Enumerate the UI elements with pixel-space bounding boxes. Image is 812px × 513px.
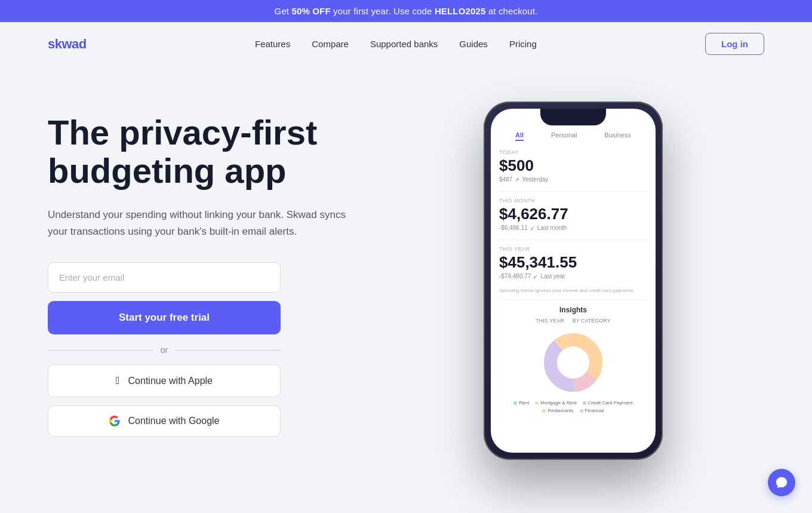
- hero-section: The privacy-first budgeting app Understa…: [0, 66, 812, 496]
- divider-or-text: or: [161, 345, 168, 355]
- hero-left: The privacy-first budgeting app Understa…: [48, 102, 382, 445]
- phone-tabs: All Personal Business: [499, 131, 647, 141]
- legend-rent: Rent: [513, 400, 529, 406]
- nav-supported-banks[interactable]: Supported banks: [370, 39, 438, 49]
- legend-restaurants: Restaurants: [542, 408, 573, 413]
- promo-banner: Get 50% OFF your first year. Use code HE…: [0, 0, 812, 22]
- logo[interactable]: skwad: [48, 36, 87, 52]
- insights-nav: THIS YEAR BY CATEGORY: [499, 318, 647, 324]
- today-sub-label: Yesterday: [522, 176, 548, 183]
- apple-btn-label: Continue with Apple: [128, 376, 213, 386]
- legend-label-financial: Financial: [585, 408, 604, 413]
- start-trial-button[interactable]: Start your free trial: [48, 301, 281, 334]
- month-sub-amount: -$6,486.11: [499, 225, 528, 231]
- chart-legend: Rent Mortgage & Rent Credit Card Payment: [499, 400, 647, 413]
- hero-subtitle: Understand your spending without linking…: [48, 207, 346, 241]
- phone-inner: All Personal Business TODAY $500 $487 ↗ …: [491, 109, 656, 453]
- today-arrow: ↗: [515, 177, 519, 183]
- legend-credit: Credit Card Payment: [583, 400, 633, 406]
- month-arrow: ↙: [530, 225, 535, 231]
- apple-icon: : [116, 374, 120, 387]
- legend-label-credit: Credit Card Payment: [588, 400, 633, 406]
- legend-label-rent: Rent: [519, 400, 529, 406]
- phone-tab-all: All: [515, 131, 524, 141]
- legend-dot-restaurants: [542, 409, 546, 413]
- month-label: THIS MONTH: [499, 198, 647, 204]
- apple-signin-button[interactable]:  Continue with Apple: [48, 364, 281, 397]
- year-arrow: ↙: [533, 274, 538, 279]
- svg-point-5: [559, 348, 588, 377]
- divider-ph3: [499, 299, 647, 300]
- month-sub-label: Last month: [537, 225, 567, 231]
- year-sub-label: Last year: [540, 273, 565, 279]
- today-sub: $487 ↗ Yesterday: [499, 176, 647, 183]
- phone-note: Spending trends ignores your income and …: [499, 288, 647, 293]
- insights-header: Insights: [499, 306, 647, 314]
- hero-right: All Personal Business TODAY $500 $487 ↗ …: [382, 102, 764, 472]
- legend-mortgage: Mortgage & Rent: [535, 400, 576, 406]
- divider-line-left: [48, 350, 153, 351]
- navbar: skwad Features Compare Supported banks G…: [0, 22, 812, 66]
- banner-bold1: 50% OFF: [292, 6, 331, 16]
- nav-pricing[interactable]: Pricing: [509, 39, 537, 49]
- nav-links: Features Compare Supported banks Guides …: [255, 39, 537, 50]
- donut-chart: [540, 330, 606, 395]
- email-input[interactable]: [48, 262, 281, 293]
- divider-line-right: [175, 350, 281, 351]
- chat-icon: [775, 476, 788, 489]
- legend-label-mortgage: Mortgage & Rent: [540, 400, 576, 406]
- banner-text-middle: your first year. Use code: [331, 6, 435, 16]
- nav-guides[interactable]: Guides: [459, 39, 488, 49]
- legend-label-restaurants: Restaurants: [548, 408, 573, 413]
- donut-chart-area: [499, 330, 647, 395]
- phone-tab-personal: Personal: [551, 131, 577, 141]
- phone-notch: [540, 109, 606, 125]
- today-amount: $500: [499, 156, 647, 175]
- legend-dot-mortgage: [535, 401, 539, 405]
- today-sub-amount: $487: [499, 176, 512, 183]
- month-sub: -$6,486.11 ↙ Last month: [499, 225, 647, 231]
- today-label: TODAY: [499, 149, 647, 155]
- legend-dot-rent: [513, 401, 517, 405]
- banner-text-after: at checkout.: [485, 6, 537, 16]
- hero-title: The privacy-first budgeting app: [48, 113, 382, 190]
- month-amount: $4,626.77: [499, 205, 647, 223]
- divider-ph2: [499, 239, 647, 240]
- year-sub: -$74,480.77 ↙ Last year: [499, 273, 647, 279]
- insights-year-nav: THIS YEAR: [536, 318, 564, 324]
- phone-mockup: All Personal Business TODAY $500 $487 ↗ …: [448, 102, 699, 472]
- phone-content: All Personal Business TODAY $500 $487 ↗ …: [491, 125, 656, 419]
- legend-financial: Financial: [580, 408, 604, 413]
- banner-bold2: HELLO2025: [435, 6, 486, 16]
- banner-text-before: Get: [275, 6, 292, 16]
- insights-category-nav: BY CATEGORY: [573, 318, 611, 324]
- legend-dot-credit: [583, 401, 586, 405]
- year-sub-amount: -$74,480.77: [499, 273, 531, 279]
- google-icon: [109, 416, 120, 426]
- divider-row: or: [48, 345, 281, 355]
- login-button[interactable]: Log in: [705, 33, 764, 55]
- nav-compare[interactable]: Compare: [312, 39, 349, 49]
- phone-tab-business: Business: [604, 131, 631, 141]
- divider-ph1: [499, 191, 647, 192]
- year-label: THIS YEAR: [499, 246, 647, 252]
- year-amount: $45,341.55: [499, 253, 647, 272]
- nav-features[interactable]: Features: [255, 39, 290, 49]
- google-btn-label: Continue with Google: [128, 416, 220, 426]
- google-signin-button[interactable]: Continue with Google: [48, 406, 281, 437]
- chat-button[interactable]: [768, 469, 795, 496]
- legend-dot-financial: [580, 409, 583, 413]
- phone-outer: All Personal Business TODAY $500 $487 ↗ …: [484, 102, 663, 460]
